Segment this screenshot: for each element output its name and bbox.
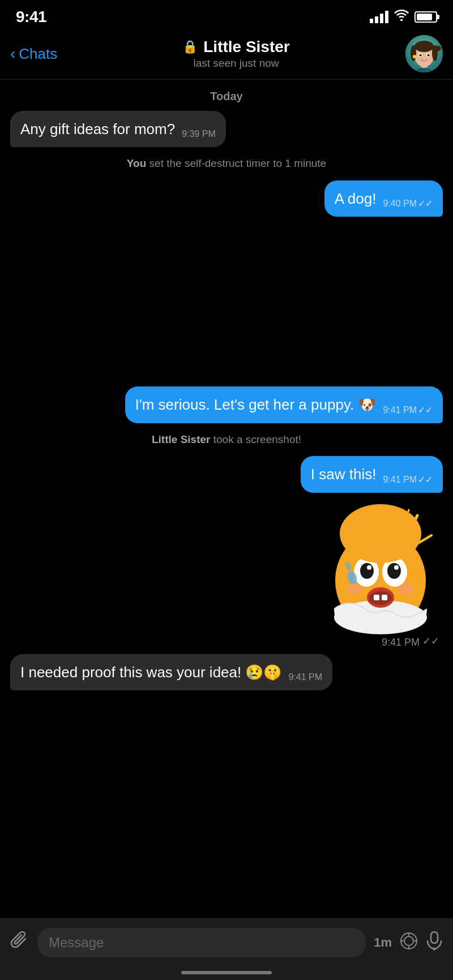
svg-point-5 — [411, 45, 416, 61]
chat-header: ‹ Chats 🔒 Little Sister last seen just n… — [0, 31, 453, 80]
status-time: 9:41 — [16, 8, 46, 26]
list-item: I saw this! 9:41 PM ✓✓ — [10, 456, 443, 492]
lock-icon: 🔒 — [182, 40, 198, 54]
list-item: 24s 9:41 PM — [10, 222, 443, 381]
svg-point-22 — [367, 565, 371, 570]
sticker-bubble[interactable]: 9:41 PM ✓✓ — [318, 498, 443, 648]
sticker-time: 9:41 PM — [382, 637, 420, 648]
attach-icon — [10, 931, 29, 950]
system-message: You set the self-destruct timer to 1 min… — [10, 156, 443, 171]
mic-icon — [426, 931, 443, 951]
svg-point-11 — [428, 54, 430, 57]
list-item: Any gift ideas for mom? 9:39 PM — [10, 111, 443, 147]
svg-rect-26 — [374, 595, 379, 600]
system-msg-text: set the self-destruct timer to 1 minute — [149, 157, 327, 169]
message-time: 9:41 PM — [288, 672, 322, 682]
moon-icon — [400, 932, 418, 950]
back-label[interactable]: Chats — [19, 45, 57, 63]
received-bubble[interactable]: Any gift ideas for mom? 9:39 PM — [10, 111, 226, 147]
system-message: Little Sister took a screenshot! — [10, 432, 443, 448]
message-time: 9:41 PM — [383, 475, 417, 485]
svg-point-20 — [360, 563, 374, 579]
back-button[interactable]: ‹ Chats — [10, 45, 67, 63]
read-receipts: ✓✓ — [418, 405, 433, 415]
svg-point-10 — [420, 54, 422, 57]
system-msg-text: took a screenshot! — [213, 433, 301, 445]
sent-bubble[interactable]: I saw this! 9:41 PM ✓✓ — [301, 456, 443, 492]
svg-point-33 — [340, 504, 421, 563]
sticker-checks: ✓✓ — [422, 635, 439, 647]
system-msg-you: You — [127, 157, 146, 169]
home-indicator — [181, 971, 272, 974]
wifi-icon — [394, 10, 409, 24]
message-time: 9:40 PM — [383, 199, 417, 209]
system-msg-contact: Little Sister — [152, 433, 210, 445]
svg-point-12 — [413, 55, 416, 58]
received-bubble[interactable]: I needed proof this was your idea! 😢🤫 9:… — [10, 654, 332, 690]
svg-point-35 — [398, 584, 414, 594]
message-text: I needed proof this was your idea! 😢🤫 — [20, 662, 281, 682]
read-receipts: ✓✓ — [418, 474, 433, 485]
svg-point-34 — [347, 584, 363, 594]
battery-icon — [414, 11, 437, 23]
message-placeholder: Message — [49, 935, 104, 950]
messages-area: Today Any gift ideas for mom? 9:39 PM Yo… — [0, 80, 453, 770]
svg-rect-27 — [382, 595, 387, 600]
sticker-image — [318, 498, 443, 634]
message-text: I'm serious. Let's get her a puppy. 🐶 — [135, 394, 377, 415]
sent-bubble[interactable]: A dog! 9:40 PM ✓✓ — [324, 180, 443, 217]
svg-point-21 — [387, 563, 401, 579]
svg-point-37 — [404, 936, 413, 945]
header-title-row: 🔒 Little Sister — [182, 38, 289, 56]
header-center: 🔒 Little Sister last seen just now — [67, 38, 405, 70]
list-item: A dog! 9:40 PM ✓✓ — [10, 180, 443, 217]
status-bar: 9:41 — [0, 0, 453, 31]
message-input[interactable]: Message — [37, 928, 366, 957]
contact-status: last seen just now — [193, 57, 279, 70]
avatar[interactable] — [405, 35, 443, 72]
svg-point-4 — [414, 41, 434, 52]
sent-bubble[interactable]: I'm serious. Let's get her a puppy. 🐶 9:… — [125, 386, 443, 423]
list-item: I needed proof this was your idea! 😢🤫 9:… — [10, 654, 443, 690]
timer-icon[interactable] — [400, 932, 418, 954]
back-chevron-icon: ‹ — [10, 45, 15, 63]
svg-point-25 — [369, 591, 392, 605]
contact-name[interactable]: Little Sister — [203, 38, 289, 56]
date-divider: Today — [10, 90, 443, 103]
timer-label[interactable]: 1m — [374, 935, 392, 950]
status-icons — [370, 10, 437, 24]
message-time: 9:39 PM — [182, 129, 216, 139]
svg-rect-42 — [431, 932, 438, 943]
message-text: A dog! — [335, 188, 377, 209]
message-text: I saw this! — [311, 464, 377, 484]
message-text: Any gift ideas for mom? — [20, 119, 175, 139]
list-item: I'm serious. Let's get her a puppy. 🐶 9:… — [10, 386, 443, 423]
attach-button[interactable] — [10, 931, 29, 955]
read-receipts: ✓✓ — [418, 198, 433, 209]
avatar-svg — [405, 35, 443, 72]
signal-icon — [370, 11, 388, 23]
message-time: 9:41 PM — [383, 405, 417, 415]
mic-button[interactable] — [426, 931, 443, 955]
svg-point-23 — [394, 565, 399, 570]
